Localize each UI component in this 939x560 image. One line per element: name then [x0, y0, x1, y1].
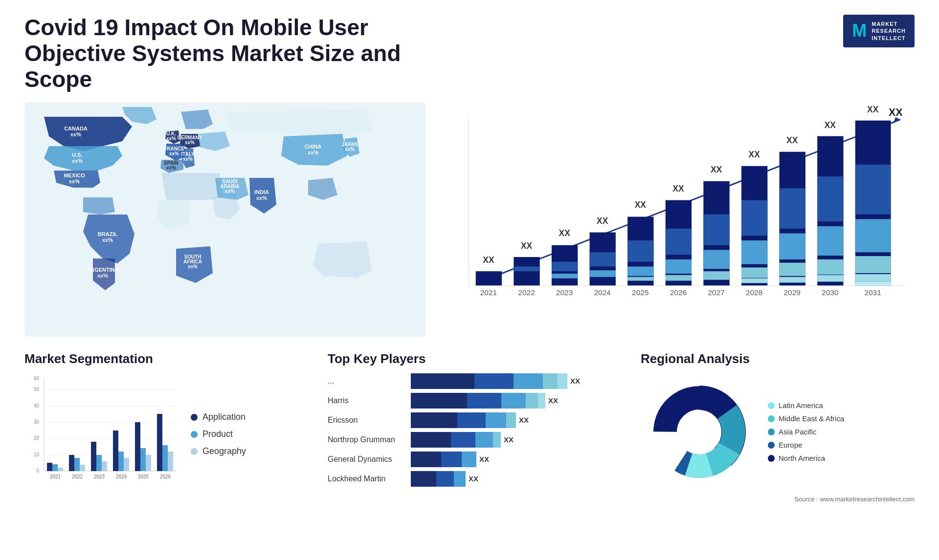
- source-text: Source : www.marketresearchintellect.com: [641, 495, 915, 503]
- top-row: CANADA xx% U.S. xx% MEXICO xx% BRAZIL xx…: [24, 102, 915, 337]
- segmentation-section: Market Segmentation 0 10 20: [24, 351, 318, 522]
- svg-text:2024: 2024: [116, 474, 127, 479]
- bar-seg-dark: [411, 373, 474, 389]
- svg-rect-45: [552, 274, 578, 279]
- svg-text:U.S.: U.S.: [72, 152, 82, 158]
- svg-text:XX: XX: [672, 184, 684, 194]
- svg-rect-74: [780, 233, 805, 259]
- svg-rect-79: [817, 176, 843, 221]
- logo-text: MARKET RESEARCH INTELLECT: [872, 21, 906, 42]
- svg-text:xx%: xx%: [69, 178, 80, 184]
- player-name-dots: ...: [328, 377, 406, 386]
- player-bar-harris: XX: [411, 393, 631, 409]
- bar-seg-light: [514, 373, 543, 389]
- svg-text:XX: XX: [786, 135, 798, 145]
- svg-text:MEXICO: MEXICO: [64, 172, 85, 178]
- svg-text:2022: 2022: [518, 288, 535, 296]
- svg-rect-136: [162, 445, 168, 471]
- reg-dot-europe: [768, 442, 775, 449]
- svg-rect-123: [91, 442, 96, 471]
- svg-text:XX: XX: [825, 120, 836, 130]
- page: Covid 19 Impact On Mobile User Objective…: [0, 0, 939, 560]
- svg-text:XX: XX: [521, 240, 533, 250]
- svg-rect-129: [124, 458, 129, 471]
- svg-text:40: 40: [34, 403, 40, 409]
- svg-text:ARGENTINA: ARGENTINA: [87, 267, 118, 273]
- svg-rect-53: [627, 266, 653, 276]
- svg-rect-116: [52, 464, 58, 471]
- world-map: CANADA xx% U.S. xx% MEXICO xx% BRAZIL xx…: [24, 102, 425, 337]
- svg-text:BRAZIL: BRAZIL: [98, 231, 118, 237]
- player-row-dots: ... XX: [328, 373, 631, 389]
- svg-text:0: 0: [36, 468, 39, 474]
- svg-text:xx%: xx%: [72, 158, 83, 164]
- svg-rect-86: [855, 219, 891, 252]
- svg-text:2025: 2025: [632, 288, 649, 296]
- svg-rect-89: [855, 281, 891, 285]
- svg-rect-88: [855, 274, 891, 282]
- player-bar-ericsson: XX: [411, 412, 631, 428]
- svg-rect-62: [703, 214, 729, 245]
- svg-rect-131: [135, 422, 140, 471]
- player-bar-general-dynamics: XX: [411, 452, 631, 467]
- reg-legend-latin-america: Latin America: [768, 401, 844, 409]
- legend-item-geography: Geography: [191, 446, 246, 456]
- svg-text:xx%: xx%: [70, 131, 81, 137]
- svg-text:XX: XX: [559, 228, 570, 238]
- svg-rect-67: [741, 200, 767, 236]
- legend-dot-product: [191, 431, 198, 438]
- svg-text:xx%: xx%: [188, 264, 198, 269]
- svg-text:xx%: xx%: [225, 189, 235, 194]
- svg-rect-48: [590, 252, 616, 266]
- legend-dot-application: [191, 414, 198, 421]
- svg-rect-52: [627, 240, 653, 262]
- player-name-harris: Harris: [328, 396, 406, 405]
- svg-rect-76: [780, 277, 805, 282]
- svg-text:2030: 2030: [822, 288, 839, 296]
- svg-rect-80: [817, 226, 843, 256]
- reg-dot-asia: [768, 429, 775, 435]
- svg-rect-121: [80, 465, 85, 471]
- svg-text:2025: 2025: [138, 474, 149, 479]
- key-players-title: Top Key Players: [328, 351, 631, 366]
- svg-text:2027: 2027: [708, 288, 725, 296]
- logo-box: M MARKET RESEARCH INTELLECT: [843, 15, 915, 47]
- legend-item-application: Application: [191, 412, 246, 422]
- svg-text:xx%: xx%: [166, 136, 176, 141]
- bar-seg-mid: [474, 373, 514, 389]
- player-name-lockheed: Lockheed Martin: [328, 474, 406, 483]
- svg-rect-54: [627, 277, 653, 280]
- svg-text:xx%: xx%: [256, 195, 267, 201]
- reg-legend-asia-pacific: Asia Pacific: [768, 428, 844, 436]
- svg-text:XX: XX: [711, 165, 722, 174]
- svg-text:2021: 2021: [50, 474, 61, 479]
- bar-chart-section: XX XX XX XX XX: [440, 102, 915, 337]
- svg-text:10: 10: [34, 452, 40, 457]
- svg-text:2023: 2023: [94, 474, 105, 479]
- logo-area: M MARKET RESEARCH INTELLECT: [843, 15, 915, 47]
- player-row-northrop: Northrop Grumman XX: [328, 432, 631, 448]
- svg-rect-120: [74, 458, 80, 471]
- reg-legend-north-america: North America: [768, 454, 844, 462]
- svg-text:xx%: xx%: [345, 147, 355, 152]
- segmentation-legend: Application Product Geography: [191, 373, 246, 495]
- svg-text:INDIA: INDIA: [254, 189, 269, 195]
- reg-legend-europe: Europe: [768, 441, 844, 449]
- svg-text:2021: 2021: [480, 288, 497, 296]
- svg-text:2026: 2026: [670, 288, 687, 296]
- key-players-section: Top Key Players ... XX: [328, 351, 631, 522]
- player-bar-dots: XX: [411, 373, 631, 389]
- svg-rect-75: [780, 262, 805, 276]
- svg-text:xx%: xx%: [169, 151, 179, 156]
- reg-dot-latin: [768, 402, 775, 409]
- svg-text:2026: 2026: [160, 474, 171, 479]
- svg-text:XX: XX: [748, 150, 760, 159]
- header: Covid 19 Impact On Mobile User Objective…: [24, 15, 915, 92]
- svg-rect-58: [666, 259, 692, 274]
- player-name-northrop: Northrop Grumman: [328, 435, 406, 444]
- reg-dot-mea: [768, 415, 775, 422]
- svg-rect-115: [47, 463, 52, 471]
- svg-text:2028: 2028: [746, 288, 763, 296]
- svg-rect-87: [855, 256, 891, 273]
- player-row-lockheed: Lockheed Martin XX: [328, 471, 631, 487]
